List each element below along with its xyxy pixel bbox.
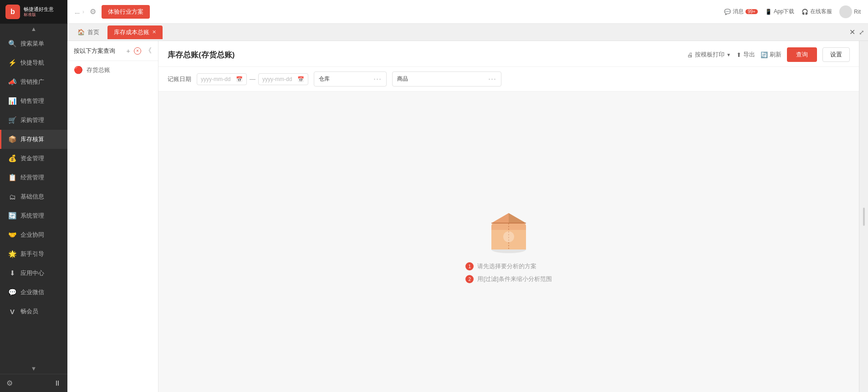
refresh-button[interactable]: 🔄 刷新	[761, 51, 781, 59]
empty-text: 1 请先选择要分析的方案 2 用[过滤]条件来缩小分析范围	[465, 262, 551, 283]
hint-1-text: 请先选择要分析的方案	[477, 262, 536, 270]
online-service-button[interactable]: 🎧 在线客服	[802, 8, 832, 15]
sidebar-nav: 🔍 搜索菜单 ⚡ 快捷导航 📣 营销推广 📊 销售管理 🛒 采购管理 📦 库存核…	[0, 34, 67, 363]
inventory-ledger-icon: 🔴	[74, 66, 83, 74]
sidebar-item-label: 营销推广	[20, 78, 44, 86]
scroll-down-button[interactable]: ▼	[0, 363, 67, 374]
tab-close-button[interactable]: ✕	[152, 29, 156, 35]
home-icon: 🏠	[77, 29, 85, 36]
calendar-end-icon[interactable]: 📅	[297, 76, 304, 82]
print-icon: 🖨	[687, 51, 693, 58]
purchase-icon: 🛒	[8, 116, 17, 124]
user-avatar[interactable]: Rit	[839, 5, 861, 18]
tab-inventory-cost[interactable]: 库存成本总账 ✕	[107, 25, 163, 39]
filter-item-inventory-ledger[interactable]: 🔴 存货总账	[67, 61, 158, 79]
print-button[interactable]: 🖨 按模板打印 ▼	[687, 51, 731, 59]
sidebar-item-label: 企业协同	[20, 231, 44, 239]
filter-delete-button[interactable]: ×	[134, 47, 141, 55]
empty-state: 1 请先选择要分析的方案 2 用[过滤]条件来缩小分析范围	[158, 92, 859, 392]
business-icon: 📋	[8, 173, 17, 182]
export-button[interactable]: ⬆ 导出	[736, 51, 755, 59]
wechat-icon: 💬	[8, 288, 17, 296]
breadcrumb-divider: ›	[82, 8, 84, 15]
sidebar-item-apps[interactable]: ⬇ 应用中心	[0, 264, 67, 283]
main-content: ... › ⚙ 体验行业方案 💬 消息 99+ 📱 App下载 🎧 在线客服 R…	[67, 0, 868, 392]
date-separator: —	[250, 76, 255, 82]
step-2-badge: 2	[465, 275, 474, 283]
sidebar-item-label: 经营管理	[20, 173, 44, 182]
date-end-placeholder: yyyy-mm-dd	[262, 76, 292, 82]
sidebar-item-wechat[interactable]: 💬 企业微信	[0, 283, 67, 302]
tab-inventory-cost-label: 库存成本总账	[114, 28, 149, 36]
close-panel-icon[interactable]: ✕	[849, 28, 855, 36]
phone-icon: 📱	[765, 9, 772, 15]
svg-point-7	[503, 231, 514, 242]
avatar-image	[839, 5, 852, 18]
date-label: 记账日期	[168, 75, 191, 83]
sidebar-item-purchase[interactable]: 🛒 采购管理	[0, 111, 67, 130]
sidebar-item-quick-nav[interactable]: ⚡ 快捷导航	[0, 53, 67, 72]
app-download-button[interactable]: 📱 App下载	[765, 8, 794, 15]
filter-header: 按以下方案查询 + × 《	[67, 41, 158, 61]
sidebar-item-marketing[interactable]: 📣 营销推广	[0, 72, 67, 92]
sidebar-item-guide[interactable]: 🌟 新手引导	[0, 244, 67, 264]
filter-actions: + × 《	[126, 46, 152, 55]
filter-add-button[interactable]: +	[126, 47, 130, 55]
more-dots-warehouse[interactable]: ···	[373, 74, 382, 84]
message-icon: 💬	[724, 9, 731, 15]
sidebar-item-inventory[interactable]: 📦 库存核算	[0, 130, 67, 149]
sidebar-item-basic[interactable]: 🗂 基础信息	[0, 187, 67, 206]
tab-home-label: 首页	[87, 28, 99, 36]
sidebar-item-label: 畅会员	[20, 307, 38, 316]
right-panel-handle[interactable]	[859, 41, 868, 392]
date-start-placeholder: yyyy-mm-dd	[201, 76, 230, 82]
topbar-settings-icon[interactable]: ⚙	[90, 7, 96, 16]
scroll-up-button[interactable]: ▲	[0, 24, 67, 34]
filter-sidebar: 按以下方案查询 + × 《 🔴 存货总账	[67, 41, 158, 392]
sidebar-item-cooperation[interactable]: 🤝 企业协同	[0, 225, 67, 244]
page-content: 按以下方案查询 + × 《 🔴 存货总账 库存总账(存货总账)	[67, 41, 868, 392]
calendar-start-icon[interactable]: 📅	[236, 76, 243, 82]
filter-row: 记账日期 yyyy-mm-dd 📅 — yyyy-mm-dd 📅 仓库 ···	[158, 67, 859, 92]
empty-illustration	[481, 200, 536, 255]
tab-home[interactable]: 🏠 首页	[71, 25, 106, 39]
sidebar-item-label: 采购管理	[20, 116, 44, 124]
sidebar-item-system[interactable]: 🔄 系统管理	[0, 206, 67, 225]
print-dropdown-icon[interactable]: ▼	[726, 52, 731, 57]
sidebar-item-finance[interactable]: 💰 资金管理	[0, 149, 67, 168]
inventory-icon: 📦	[8, 135, 17, 143]
date-range-group: yyyy-mm-dd 📅 — yyyy-mm-dd 📅	[197, 73, 308, 85]
logo-icon: b	[5, 5, 20, 19]
page-actions: 🖨 按模板打印 ▼ ⬆ 导出 🔄 刷新 查询 设置	[687, 47, 850, 62]
sidebar-item-label: 搜索菜单	[20, 40, 44, 48]
page-header: 库存总账(存货总账) 🖨 按模板打印 ▼ ⬆ 导出 🔄	[158, 41, 859, 67]
goods-select[interactable]: 商品 ···	[392, 71, 501, 87]
sidebar-item-label: 基础信息	[20, 193, 44, 201]
expand-icon[interactable]: ⤢	[859, 29, 864, 36]
topbar: ... › ⚙ 体验行业方案 💬 消息 99+ 📱 App下载 🎧 在线客服 R…	[67, 0, 868, 24]
member-icon: V	[8, 308, 17, 316]
toggle-sidebar-button[interactable]: ⏸	[54, 379, 61, 387]
marketing-icon: 📣	[8, 78, 17, 86]
sidebar-item-sales[interactable]: 📊 销售管理	[0, 92, 67, 111]
filter-title: 按以下方案查询	[74, 47, 115, 55]
date-end-input[interactable]: yyyy-mm-dd 📅	[258, 73, 308, 85]
logo-text: 畅捷通好生意 标准版	[24, 6, 54, 18]
warehouse-select[interactable]: 仓库 ···	[314, 71, 387, 87]
more-dots-goods[interactable]: ···	[488, 74, 496, 84]
query-button[interactable]: 查询	[787, 47, 817, 62]
settings-button[interactable]: ⚙	[6, 379, 13, 387]
industry-btn[interactable]: 体验行业方案	[102, 5, 150, 19]
messages-button[interactable]: 💬 消息 99+	[724, 8, 758, 15]
date-start-input[interactable]: yyyy-mm-dd 📅	[197, 73, 247, 85]
settings-button-main[interactable]: 设置	[822, 47, 850, 62]
panel-drag-handle	[863, 208, 865, 226]
page-title-row: 库存总账(存货总账) 🖨 按模板打印 ▼ ⬆ 导出 🔄	[168, 47, 850, 62]
sidebar-item-member[interactable]: V 畅会员	[0, 302, 67, 321]
main-area: 库存总账(存货总账) 🖨 按模板打印 ▼ ⬆ 导出 🔄	[158, 41, 859, 392]
svg-marker-4	[509, 213, 526, 223]
sidebar-item-business[interactable]: 📋 经营管理	[0, 168, 67, 187]
filter-collapse-button[interactable]: 《	[145, 46, 152, 55]
username: Rit	[854, 9, 861, 15]
sidebar-item-search[interactable]: 🔍 搜索菜单	[0, 34, 67, 53]
